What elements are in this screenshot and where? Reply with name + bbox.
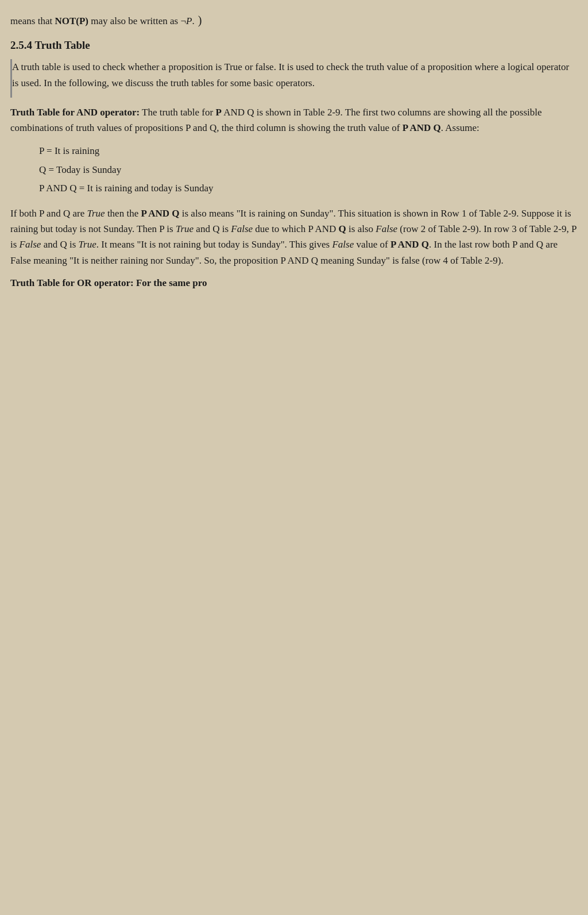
section-heading: 2.5.4 Truth Table bbox=[10, 37, 578, 53]
and-label: Truth Table for AND operator: bbox=[10, 107, 140, 118]
exp-notSunday: today is not bbox=[55, 223, 100, 234]
negation-symbol: ¬P bbox=[180, 16, 192, 26]
and-text: AND Q is shown in Table bbox=[223, 107, 325, 118]
arrow-symbol: ) bbox=[198, 14, 202, 26]
or-label-bold: Truth Table for OR operator: bbox=[10, 277, 134, 288]
section-number: 2.5.4 bbox=[10, 39, 32, 51]
true-italic3: True bbox=[79, 239, 96, 250]
intro-for: for some basic bbox=[216, 78, 273, 88]
assumption-p: P = It is raining bbox=[39, 142, 578, 160]
or-label-text: For the same pro bbox=[134, 277, 207, 288]
exp-cut3: h P AND bbox=[301, 223, 336, 234]
false-italic2: False bbox=[376, 223, 397, 234]
exp-butSunday: but today is Sunday". This gives bbox=[203, 239, 330, 250]
top-line-text: means that NOT(P) may also be written as… bbox=[10, 11, 578, 29]
q-bold1: Q bbox=[339, 223, 346, 234]
false-italic4: False bbox=[332, 239, 354, 250]
intro-paragraph: A truth table is used to check whether a… bbox=[12, 59, 578, 90]
intro-block: A truth table is used to check whether a… bbox=[10, 59, 578, 97]
top-line-before: means that bbox=[10, 16, 55, 26]
assumptions-list: P = It is raining Q = Today is Sunday P … bbox=[39, 142, 578, 198]
and-cut2: owing the truth bbox=[306, 122, 366, 133]
p-bold: P bbox=[215, 107, 221, 118]
not-p-bold: NOT(P) bbox=[55, 16, 88, 26]
true-italic2: True bbox=[176, 223, 194, 234]
exp-cut4: ble 2-9, P bbox=[539, 223, 577, 234]
exp-cut6: ion P AND Q meaning bbox=[265, 255, 354, 266]
intro-rest1: rue or false. It bbox=[230, 61, 284, 72]
assumption-pandq: P AND Q = It is raining and today is Sun… bbox=[39, 180, 578, 198]
pandq-bold3: P AND Q bbox=[390, 239, 429, 250]
exp-cut2: own in bbox=[412, 208, 439, 219]
false-italic1: False bbox=[231, 223, 253, 234]
and-operator-paragraph: Truth Table for AND operator: The truth … bbox=[10, 105, 578, 136]
pandq-bold2: P AND Q bbox=[141, 208, 179, 219]
assumption-q: Q = Today is Sunday bbox=[39, 161, 578, 179]
or-operator-heading: Truth Table for OR operator: For the sam… bbox=[10, 275, 578, 291]
explanation-para1: If both P and Q are True then the P AND … bbox=[10, 206, 578, 268]
pandq-bold: P AND Q bbox=[403, 122, 441, 133]
page-content: means that NOT(P) may also be written as… bbox=[10, 11, 578, 291]
true-italic1: True bbox=[87, 208, 105, 219]
false-italic3: False bbox=[20, 239, 41, 250]
intro-true: T bbox=[224, 61, 230, 72]
top-line-middle: may also be written as bbox=[88, 16, 181, 26]
section-title: Truth Table bbox=[34, 39, 90, 51]
